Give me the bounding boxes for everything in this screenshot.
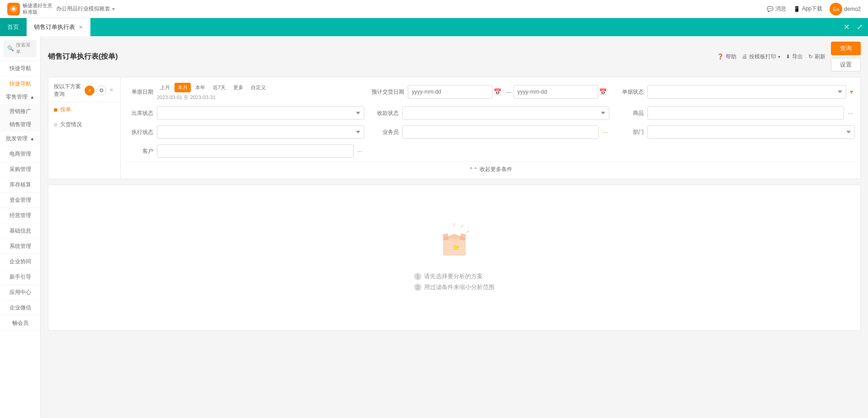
date-btn-thisyear[interactable]: 本年: [192, 83, 208, 92]
sidebar-item-wholesale[interactable]: 批发管理 ▲: [0, 131, 40, 147]
message-action[interactable]: 💬 消息: [767, 5, 786, 13]
sidebar-item-retail[interactable]: 零售管理 ▲: [0, 90, 40, 105]
customer-label: 客户: [126, 147, 153, 155]
calendar-end-icon: 📅: [599, 88, 607, 95]
sidebar-item-onboarding[interactable]: 新手引导: [0, 270, 40, 285]
retail-label: 快捷导航: [9, 80, 31, 88]
empty-line1-text: 请先选择要分析的方案: [424, 272, 483, 280]
sidebar-item-sales-mgmt[interactable]: 销售管理: [0, 118, 40, 131]
order-status-select[interactable]: [647, 85, 846, 99]
content-area: 销售订单执行表(按单) ❓ 帮助 🖨 按模板打印 ▾ ⬇ 导出: [41, 36, 868, 418]
customer-more-icon[interactable]: ···: [355, 147, 364, 155]
sidebar-item-purchase[interactable]: 采购管理: [0, 162, 40, 177]
collapse-more-section: ⌃⌃ 收起更多条件: [126, 162, 855, 173]
sidebar-item-finance[interactable]: 资金管理: [0, 193, 40, 208]
product-input[interactable]: [647, 106, 844, 120]
breadcrumb-dropdown-icon[interactable]: ▾: [112, 6, 115, 12]
settings-button[interactable]: 设置: [831, 58, 861, 71]
filter-panel-container: 按以下方案查询 + ⚙ « 按单 欠货情况: [48, 77, 861, 179]
tab-close-window-btn[interactable]: ✕: [842, 22, 851, 33]
exec-status-label: 执行状态: [126, 128, 153, 136]
user-area[interactable]: Ea demo2: [830, 3, 861, 15]
tab-sales-order[interactable]: 销售订单执行表 ✕: [27, 18, 90, 36]
settings-scheme-btn[interactable]: ⚙: [96, 86, 106, 95]
export-action[interactable]: ⬇ 导出: [786, 53, 803, 61]
filter-title-text: 按以下方案查询: [54, 83, 85, 98]
tab-close-icon[interactable]: ✕: [79, 24, 83, 30]
empty-icon-wrap: ⭐: [434, 221, 475, 263]
sidebar-item-system[interactable]: 系统管理: [0, 239, 40, 254]
date-btn-custom[interactable]: 自定义: [248, 83, 269, 92]
filter-sub-label-order: 按单: [60, 106, 71, 114]
template-print-action[interactable]: 🖨 按模板打印 ▾: [742, 53, 780, 61]
breadcrumb-text: 办公用品行业模拟账套: [56, 5, 110, 13]
filter-field-date: 单据日期 上月 本月 本年 近7天 更多 自定义: [126, 83, 364, 101]
expected-date-end-wrap: 📅: [514, 85, 610, 99]
tab-home[interactable]: 首页: [0, 18, 27, 36]
app-download-action[interactable]: 📱 App下载: [793, 5, 822, 13]
sidebar-item-ecommerce[interactable]: 电商管理: [0, 147, 40, 162]
filter-field-exec-status: 执行状态: [126, 125, 364, 139]
filter-sub-item-debt[interactable]: 欠货情况: [48, 117, 120, 132]
sidebar-item-enterprise[interactable]: 企业协同: [0, 254, 40, 270]
date-btn-lastmonth[interactable]: 上月: [157, 83, 173, 92]
sidebar-item-wechat[interactable]: 企业微信: [0, 300, 40, 316]
collapse-more-btn[interactable]: ⌃⌃ 收起更多条件: [469, 166, 512, 173]
dept-label: 部门: [617, 128, 644, 136]
filter-field-customer: 客户 ···: [126, 144, 364, 158]
salesperson-input[interactable]: [402, 125, 599, 139]
filter-row-1: 单据日期 上月 本月 本年 近7天 更多 自定义: [126, 83, 855, 101]
sidebar-item-member[interactable]: 畅会员: [0, 316, 40, 331]
sidebar-item-app-center[interactable]: 应用中心: [0, 285, 40, 300]
help-action[interactable]: ❓ 帮助: [717, 53, 736, 61]
filter-sub-item-by-order[interactable]: 按单: [48, 102, 120, 117]
expected-delivery-label: 预计交货日期: [372, 88, 404, 96]
product-more-icon[interactable]: ···: [846, 109, 855, 117]
query-button[interactable]: 查询: [831, 42, 861, 55]
expected-date-start[interactable]: [408, 85, 493, 99]
app-download-label: App下载: [802, 5, 822, 13]
payment-status-select[interactable]: [402, 106, 610, 120]
tab-sales-order-label: 销售订单执行表: [34, 23, 75, 31]
filter-row-4: 客户 ···: [126, 144, 855, 158]
export-label: 导出: [792, 53, 803, 61]
page-content: 销售订单执行表(按单) ❓ 帮助 🖨 按模板打印 ▾ ⬇ 导出: [41, 36, 868, 336]
customer-input[interactable]: [157, 144, 354, 158]
date-btn-thismonth[interactable]: 本月: [175, 83, 191, 92]
message-icon: 💬: [767, 6, 774, 12]
search-icon: 🔍: [7, 45, 14, 52]
empty-line2-text: 用过滤条件来缩小分析范围: [424, 283, 495, 291]
order-status-expand-icon[interactable]: ▾: [848, 88, 855, 95]
filter-right-area: 单据日期 上月 本月 本年 近7天 更多 自定义: [121, 77, 860, 179]
sidebar-search[interactable]: 🔍 搜索菜单: [0, 36, 40, 61]
sidebar-item-marketing[interactable]: 营销推广: [0, 105, 40, 118]
sidebar-item-inventory[interactable]: 库存核算: [0, 177, 40, 193]
refresh-action[interactable]: ↻ 刷新: [808, 53, 826, 61]
add-scheme-btn[interactable]: +: [85, 86, 94, 95]
active-dot-icon: [54, 108, 57, 112]
collapse-panel-btn[interactable]: «: [108, 86, 115, 95]
dept-select[interactable]: [647, 125, 855, 139]
exec-status-select[interactable]: [157, 125, 364, 139]
logo-area: 畅捷通好生意 标准版: [7, 3, 52, 15]
svg-rect-4: [443, 233, 449, 241]
expected-date-range: 📅 — 📅: [408, 85, 610, 99]
filter-panel-title: 按以下方案查询 + ⚙ «: [48, 83, 120, 102]
tab-expand-btn[interactable]: ⤢: [855, 22, 864, 33]
salesperson-more-icon[interactable]: ···: [601, 128, 610, 136]
page-title: 销售订单执行表(按单): [48, 52, 118, 62]
date-btn-7days[interactable]: 近7天: [210, 83, 229, 92]
sidebar-item-quick-nav[interactable]: 快捷导航: [0, 61, 40, 76]
delivery-status-select[interactable]: [157, 106, 364, 120]
sidebar-item-basic[interactable]: 基础信息: [0, 223, 40, 239]
date-btn-more[interactable]: 更多: [230, 83, 246, 92]
sidebar-retail-header: 快捷导航: [0, 76, 40, 90]
help-label: 帮助: [726, 53, 736, 61]
empty-state: ⭐ 1 请先选择要分析的方案 2 用过滤条件来缩小分析范围: [48, 185, 861, 331]
date-options-row: 上月 本月 本年 近7天 更多 自定义: [157, 83, 364, 92]
help-icon: ❓: [717, 53, 724, 60]
collapse-more-arrow-icon: ⌃⌃: [469, 166, 478, 173]
sidebar-section-retail[interactable]: 快捷导航: [0, 76, 40, 90]
expected-date-end[interactable]: [514, 85, 599, 99]
sidebar-item-operations[interactable]: 经营管理: [0, 208, 40, 223]
